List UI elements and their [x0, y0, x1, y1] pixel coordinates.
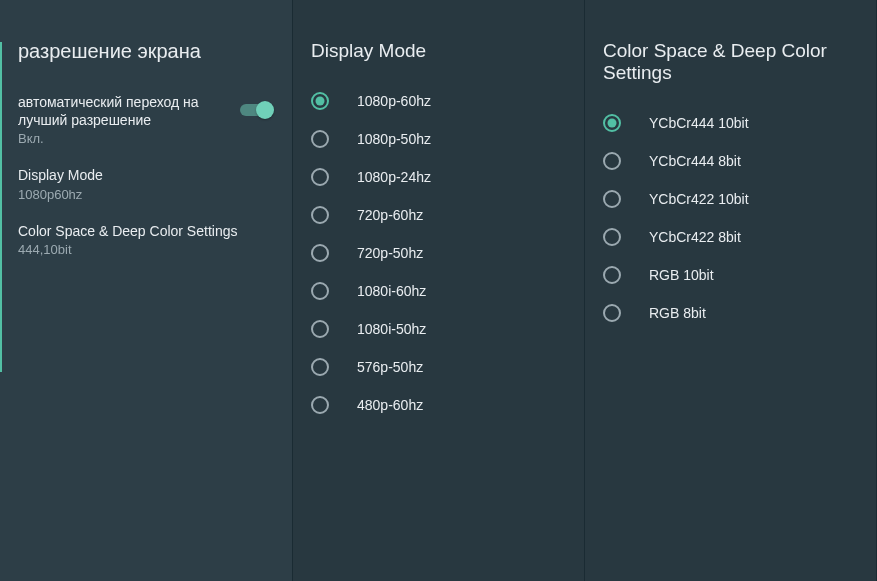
display-mode-setting[interactable]: Display Mode 1080p60hz — [0, 156, 292, 211]
color-space-option[interactable]: YCbCr444 8bit — [585, 142, 876, 180]
radio-label: 1080p-24hz — [357, 169, 431, 185]
radio-label: 720p-50hz — [357, 245, 423, 261]
radio-label: 1080i-60hz — [357, 283, 426, 299]
radio-icon — [603, 304, 621, 322]
radio-label: YCbCr444 8bit — [649, 153, 741, 169]
screen-resolution-panel: разрешение экрана автоматический переход… — [0, 0, 293, 581]
color-space-option[interactable]: YCbCr422 8bit — [585, 218, 876, 256]
radio-icon — [311, 320, 329, 338]
color-space-option[interactable]: YCbCr444 10bit — [585, 104, 876, 142]
setting-sub: 444,10bit — [18, 242, 266, 257]
radio-icon — [311, 396, 329, 414]
display-mode-option[interactable]: 1080p-24hz — [293, 158, 584, 196]
setting-label: Color Space & Deep Color Settings — [18, 222, 266, 240]
settings-list: автоматический переход на лучший разреше… — [0, 83, 292, 267]
radio-label: 1080p-60hz — [357, 93, 431, 109]
auto-resolution-toggle[interactable] — [240, 101, 274, 119]
display-mode-option[interactable]: 576p-50hz — [293, 348, 584, 386]
radio-icon — [311, 358, 329, 376]
setting-text-group: автоматический переход на лучший разреше… — [18, 93, 240, 146]
display-mode-option[interactable]: 1080p-50hz — [293, 120, 584, 158]
radio-label: YCbCr422 10bit — [649, 191, 749, 207]
radio-icon — [311, 92, 329, 110]
radio-label: 720p-60hz — [357, 207, 423, 223]
color-space-setting[interactable]: Color Space & Deep Color Settings 444,10… — [0, 212, 292, 267]
setting-sub: Вкл. — [18, 131, 232, 146]
radio-icon — [311, 168, 329, 186]
setting-label: автоматический переход на лучший разреше… — [18, 93, 232, 129]
display-mode-list: 1080p-60hz1080p-50hz1080p-24hz720p-60hz7… — [293, 82, 584, 424]
setting-sub: 1080p60hz — [18, 187, 266, 202]
radio-icon — [311, 282, 329, 300]
auto-best-resolution-setting[interactable]: автоматический переход на лучший разреше… — [0, 83, 292, 156]
setting-label: Display Mode — [18, 166, 266, 184]
color-space-option[interactable]: RGB 8bit — [585, 294, 876, 332]
radio-icon — [311, 130, 329, 148]
color-space-panel: Color Space & Deep Color Settings YCbCr4… — [585, 0, 877, 581]
color-space-option[interactable]: RGB 10bit — [585, 256, 876, 294]
radio-label: 1080p-50hz — [357, 131, 431, 147]
display-mode-option[interactable]: 720p-60hz — [293, 196, 584, 234]
setting-text-group: Color Space & Deep Color Settings 444,10… — [18, 222, 274, 257]
display-mode-option[interactable]: 1080p-60hz — [293, 82, 584, 120]
color-space-list: YCbCr444 10bitYCbCr444 8bitYCbCr422 10bi… — [585, 104, 876, 332]
radio-icon — [311, 206, 329, 224]
toggle-thumb — [256, 101, 274, 119]
setting-text-group: Display Mode 1080p60hz — [18, 166, 274, 201]
radio-icon — [311, 244, 329, 262]
radio-icon — [603, 152, 621, 170]
display-mode-option[interactable]: 480p-60hz — [293, 386, 584, 424]
color-space-option[interactable]: YCbCr422 10bit — [585, 180, 876, 218]
radio-label: 576p-50hz — [357, 359, 423, 375]
panel-title-display-mode: Display Mode — [293, 0, 584, 82]
display-mode-option[interactable]: 1080i-50hz — [293, 310, 584, 348]
radio-icon — [603, 190, 621, 208]
display-mode-panel: Display Mode 1080p-60hz1080p-50hz1080p-2… — [293, 0, 585, 581]
display-mode-option[interactable]: 720p-50hz — [293, 234, 584, 272]
panel-title-color-space: Color Space & Deep Color Settings — [585, 0, 876, 104]
radio-icon — [603, 228, 621, 246]
radio-icon — [603, 266, 621, 284]
radio-icon — [603, 114, 621, 132]
radio-label: 480p-60hz — [357, 397, 423, 413]
radio-label: RGB 10bit — [649, 267, 714, 283]
radio-label: YCbCr444 10bit — [649, 115, 749, 131]
panel-title-resolution: разрешение экрана — [0, 0, 292, 83]
radio-label: 1080i-50hz — [357, 321, 426, 337]
radio-label: YCbCr422 8bit — [649, 229, 741, 245]
display-mode-option[interactable]: 1080i-60hz — [293, 272, 584, 310]
radio-label: RGB 8bit — [649, 305, 706, 321]
